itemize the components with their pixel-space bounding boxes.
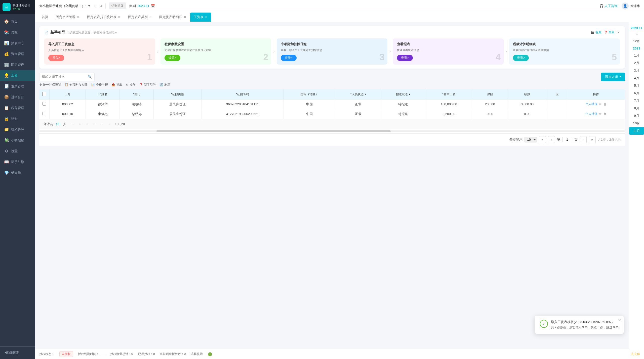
action-个税申报[interactable]: 📊个税申报 [91, 83, 108, 87]
recharge-link[interactable]: 去充值 [631, 352, 640, 356]
edit-icon[interactable]: ✏ [599, 102, 602, 106]
tab-固定资产明细账[interactable]: 固定资产明细账✕ [156, 13, 190, 22]
per-page-select[interactable]: 10 20 50 [525, 137, 537, 142]
action-专项附加扣除[interactable]: 📋专项附加扣除 [65, 83, 88, 87]
settings-icon[interactable]: ⚙ [99, 4, 102, 8]
personal-insurance-link[interactable]: 个人社保 [585, 112, 597, 116]
total-auth: 授权数量总计：0 [110, 352, 133, 356]
action-操作[interactable]: ⚙操作 [126, 83, 136, 87]
sidebar-item-报表中心[interactable]: 📊报表中心 [0, 38, 35, 48]
sidebar-item-资金管理[interactable]: 💰资金管理 [0, 48, 35, 59]
tab-固定资产折旧统计表[interactable]: 固定资产折旧统计表✕ [84, 13, 124, 22]
sidebar-item-结账[interactable]: 🔒结账 [0, 113, 35, 124]
page-input[interactable] [562, 137, 572, 142]
sidebar-item-归档管理[interactable]: 📁归档管理 [0, 124, 35, 135]
next-page-button[interactable]: › [580, 136, 587, 143]
month-item-1月[interactable]: 1月 [629, 52, 644, 59]
action-导出[interactable]: 📤导出 [111, 83, 122, 87]
month-item-2月[interactable]: 2月 [629, 59, 644, 67]
tab-close-icon[interactable]: ✕ [77, 15, 79, 19]
personal-insurance-link[interactable]: 个人社保 [585, 102, 597, 106]
user-menu[interactable]: 👤 徐泽华 [622, 3, 640, 10]
company-selector[interactable]: 刘小艳演示账套（勿删勿动！）1 ▾ [39, 4, 90, 8]
month-item-10月[interactable]: 10月 [629, 120, 644, 127]
guide-video-link[interactable]: 🎬 视频 [591, 30, 601, 35]
month-item-9月[interactable]: 9月 [629, 112, 644, 120]
sidebar-item-进销台账[interactable]: 📦进销台账 [0, 92, 35, 102]
sidebar-item-总账[interactable]: 📚总账 [0, 27, 35, 38]
edit-icon[interactable]: ✏ [599, 112, 602, 116]
cell-name[interactable]: 李俊杰 [86, 109, 120, 119]
step-action-button[interactable]: 查看> [397, 55, 413, 61]
row-checkbox[interactable] [43, 112, 46, 115]
sidebar-item-工资[interactable]: 👷工资 [0, 70, 35, 81]
tab-close-icon[interactable]: ✕ [118, 15, 120, 19]
used-auth: 已用授权：0 [138, 352, 155, 356]
action-新手引导[interactable]: ❓新手引导 [139, 83, 156, 87]
delete-icon[interactable]: 🗑 [603, 102, 607, 106]
scroll-track [39, 130, 625, 132]
step-action-button[interactable]: 查看> [281, 55, 297, 61]
sidebar-item-发票管理[interactable]: 🧾发票管理 [0, 81, 35, 92]
action-统一社保设置[interactable]: ⚙统一社保设置 [39, 83, 61, 87]
expire-info: 授权到期时间：—— [78, 352, 105, 356]
sidebar-item-小畅报销[interactable]: 💸小畅报销 [0, 135, 35, 146]
month-item-6月[interactable]: 6月 [629, 89, 644, 97]
tab-close-icon[interactable]: ✕ [205, 15, 208, 19]
action-刷新[interactable]: 🔄刷新 [159, 83, 170, 87]
step-action-button[interactable]: 设置> [165, 55, 180, 61]
tab-首页[interactable]: 首页 [38, 13, 52, 22]
sidebar-item-畅会员[interactable]: 💎畅会员 [0, 167, 35, 178]
guide-help-link[interactable]: ❓ 帮助 [604, 30, 615, 35]
sidebar-item-首页[interactable]: 🏠首页 [0, 16, 35, 27]
calendar-icon[interactable]: 📅 [151, 4, 155, 8]
step-desc: 人员信息及工资数据新增导入 [48, 48, 151, 52]
cell-name[interactable]: 徐泽华 [86, 99, 120, 109]
sidebar-item-固定资产[interactable]: 🏢固定资产 [0, 59, 35, 70]
sidebar-item-税务管理[interactable]: 📋税务管理 [0, 102, 35, 113]
tab-工资表[interactable]: 工资表✕ [190, 13, 211, 22]
nav-icon: 💰 [4, 52, 9, 56]
last-page-button[interactable]: » [589, 136, 596, 143]
nav-icon: 📋 [4, 106, 9, 110]
search-input[interactable] [42, 75, 86, 79]
tab-close-icon[interactable]: ✕ [184, 15, 186, 19]
month-item-3月[interactable]: 3月 [629, 67, 644, 74]
dropdown-arrow-icon: ▾ [620, 75, 621, 78]
cancel-pin-button[interactable]: ◀取消固定 [3, 349, 33, 356]
search-icon[interactable]: 🔍 [88, 75, 92, 79]
company-dropdown-icon[interactable]: ▾ [88, 4, 90, 8]
month-item-7月[interactable]: 7月 [629, 97, 644, 105]
sidebar-footer: ◀取消固定 [0, 346, 35, 359]
scroll-thumb[interactable] [156, 130, 391, 132]
month-item-12月[interactable]: 12月 [629, 37, 644, 45]
panel-year: 2023.11 [629, 25, 644, 31]
add-employee-button[interactable]: 添加人员 ▾ [601, 73, 625, 81]
cell-performance: 0.00 [507, 109, 547, 119]
first-page-button[interactable]: « [539, 136, 546, 143]
search-container: 🔍 [39, 73, 95, 81]
month-item-11月[interactable]: 11月 [629, 127, 644, 135]
month-item-8月[interactable]: 8月 [629, 105, 644, 112]
month-item-5月[interactable]: 5月 [629, 82, 644, 89]
ai-consult-button[interactable]: 🎧 人工咨询 [599, 4, 618, 8]
action-label: 刷新 [164, 83, 170, 87]
sidebar-item-设置[interactable]: ⚙设置 [0, 146, 35, 157]
select-all-checkbox[interactable] [42, 92, 46, 96]
guide-close-button[interactable]: ✕ [617, 31, 620, 34]
step-action-button[interactable]: 导入> [48, 55, 64, 61]
month-item-4月[interactable]: 4月 [629, 74, 644, 82]
switch-version-button[interactable]: 切到旧版 [109, 3, 126, 9]
toast-close-button[interactable]: ✕ [618, 318, 621, 323]
tab-固定资产管理[interactable]: 固定资产管理✕ [52, 13, 83, 22]
tab-close-icon[interactable]: ✕ [149, 15, 152, 19]
tab-固定资产类别[interactable]: 固定资产类别✕ [125, 13, 155, 22]
delete-icon[interactable]: 🗑 [603, 112, 607, 116]
sidebar-item-新手引导[interactable]: 📖新手引导 [0, 157, 35, 167]
step-action-button[interactable]: 查看> [513, 55, 529, 61]
panel-expand-button[interactable]: « [635, 31, 638, 36]
row-checkbox[interactable] [43, 102, 46, 106]
add-company-icon[interactable]: ＋ [93, 4, 96, 8]
prev-page-button[interactable]: ‹ [548, 136, 555, 143]
step-number: 4 [496, 52, 501, 63]
